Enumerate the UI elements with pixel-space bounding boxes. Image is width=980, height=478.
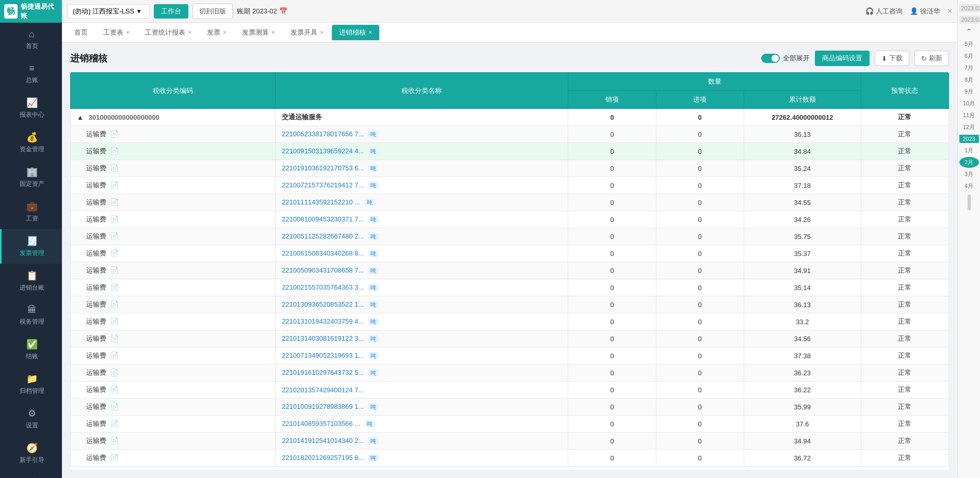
tab-invoice[interactable]: 发票 ×: [200, 25, 234, 40]
cell-sales: 0: [568, 279, 656, 296]
switch-version-button[interactable]: 切到旧版: [192, 4, 233, 19]
sidebar-item-reports[interactable]: 📈 报表中心: [0, 91, 62, 125]
cell-purchase: 0: [656, 228, 744, 245]
sidebar-item-archive[interactable]: 📁 归档管理: [0, 367, 62, 402]
tab-salary-table[interactable]: 工资表 ×: [96, 25, 137, 40]
sidebar-item-invoice[interactable]: 🧾 发票管理: [0, 229, 62, 264]
cell-purchase: 0: [656, 279, 744, 296]
sidebar-item-member[interactable]: 👑 畅会员: [0, 471, 62, 478]
timeline-month-11[interactable]: 11月: [959, 110, 979, 121]
unit-tag: 吨: [368, 369, 379, 376]
table-row: 运输费 📄 2210131019432403759 4... 吨 0 0 33.…: [71, 313, 949, 330]
cell-total: 27262.40000000012: [744, 109, 861, 126]
file-icon: 📄: [110, 317, 119, 325]
tab-invoice-calc[interactable]: 发票测算 ×: [235, 25, 282, 40]
file-icon: 📄: [110, 181, 119, 189]
user-area[interactable]: 👤 徐涟华: [910, 7, 940, 16]
table-row: 运输费 📄 2210072157376219412 7... 吨 0 0 37.…: [71, 177, 949, 194]
cell-status: 正常: [861, 211, 949, 228]
cell-purchase: 0: [656, 347, 744, 364]
sidebar-item-capital[interactable]: 💰 资金管理: [0, 125, 62, 160]
cell-sales: 0: [568, 416, 656, 433]
tab-salary-report[interactable]: 工资统计报表 ×: [138, 25, 199, 40]
timeline-up-arrow[interactable]: ⌃: [965, 26, 973, 38]
toggle-switch[interactable]: [761, 54, 780, 63]
cell-name: 2210061508340340268 8... 吨: [276, 245, 568, 262]
cell-total: 36.23: [744, 364, 861, 381]
workspace-button[interactable]: 工作台: [154, 4, 188, 19]
close-button[interactable]: ×: [947, 7, 952, 16]
sidebar-item-assets[interactable]: 🏢 固定资产: [0, 160, 62, 195]
table-row: 运输费 📄 2210111143592152210 ... 吨 0 0 34.5…: [71, 194, 949, 211]
tab-invoice-issue-close[interactable]: ×: [320, 29, 324, 36]
tab-invoice-issue[interactable]: 发票开具 ×: [283, 25, 331, 40]
cell-status: 正常: [861, 313, 949, 330]
cell-status: 正常: [861, 262, 949, 279]
period-value: 2023-02: [252, 7, 277, 15]
unit-tag: 吨: [368, 352, 379, 359]
sidebar-item-label: 结账: [26, 352, 38, 361]
refresh-button[interactable]: ↻ 刷新: [914, 51, 949, 66]
calendar-icon[interactable]: 📅: [279, 7, 287, 15]
cell-name: 2210111143592152210 ... 吨: [276, 194, 568, 211]
cell-total: 35.14: [744, 279, 861, 296]
sidebar-item-settings[interactable]: ⚙ 设置: [0, 402, 62, 436]
timeline-month-4[interactable]: 4月: [959, 181, 979, 192]
cell-status: 正常: [861, 245, 949, 262]
timeline-month-10[interactable]: 10月: [959, 98, 979, 109]
tab-reconcile[interactable]: 进销稽核 ×: [332, 25, 379, 40]
cell-code: 运输费 📄: [71, 160, 276, 177]
cell-code: 运输费 📄: [71, 399, 276, 416]
timeline-month-5[interactable]: 5月: [959, 39, 979, 50]
unit-tag: 吨: [368, 216, 379, 223]
timeline-year-label-2: 2023.02: [959, 15, 979, 24]
timeline-month-12[interactable]: 12月: [959, 122, 979, 133]
timeline-month-2-active[interactable]: 2月: [959, 157, 979, 168]
timeline-month-6[interactable]: 6月: [959, 51, 979, 61]
timeline-month-9[interactable]: 9月: [959, 86, 979, 97]
cell-purchase: 0: [656, 330, 744, 347]
tab-home[interactable]: 首页: [67, 25, 95, 40]
tab-invoice-calc-close[interactable]: ×: [271, 29, 275, 36]
cell-status: 正常: [861, 416, 949, 433]
company-dropdown-icon: ▾: [137, 7, 141, 15]
support-btn[interactable]: 🎧 人工咨询: [865, 7, 903, 16]
unit-tag: 吨: [368, 335, 379, 342]
unit-tag: 吨: [368, 403, 379, 410]
tab-reconcile-close[interactable]: ×: [368, 29, 372, 36]
table-row: 运输费 📄 2210050903431708658 7... 吨 0 0 34.…: [71, 262, 949, 279]
cell-name: 2210201357429400124 7...: [276, 381, 568, 399]
table-row: 运输费 📄 2210130936520853522 1... 吨 0 0 36.…: [71, 296, 949, 313]
sidebar-item-label: 发票管理: [20, 249, 44, 258]
cell-total: 35.24: [744, 160, 861, 177]
tab-salary-table-label: 工资表: [103, 28, 123, 37]
headset-icon: 🎧: [865, 7, 874, 15]
timeline-month-3[interactable]: 3月: [959, 169, 979, 180]
cell-purchase: 0: [656, 399, 744, 416]
tab-salary-table-close[interactable]: ×: [126, 29, 130, 36]
settings-button[interactable]: 商品编码设置: [815, 51, 870, 66]
cell-sales: 0: [568, 399, 656, 416]
sidebar-item-ledger[interactable]: ≡ 总账: [0, 57, 62, 91]
tab-invoice-close[interactable]: ×: [223, 29, 227, 36]
sidebar-item-guide[interactable]: 🧭 新手引导: [0, 436, 62, 471]
sidebar-item-tax[interactable]: 🏛 税务管理: [0, 298, 62, 332]
sidebar-item-home[interactable]: ⌂ 首页: [0, 23, 62, 57]
sidebar-item-label: 工资: [26, 214, 38, 223]
company-selector[interactable]: (勿动) 江西报宝-LSS ▾: [67, 4, 150, 19]
timeline-month-8[interactable]: 8月: [959, 74, 979, 85]
topbar-right: 🎧 人工咨询 👤 徐涟华 ×: [865, 7, 952, 16]
file-icon: 📄: [110, 420, 119, 427]
timeline-month-7[interactable]: 7月: [959, 62, 979, 73]
timeline-month-1[interactable]: 1月: [959, 145, 979, 156]
collapse-icon[interactable]: ▲: [77, 114, 84, 121]
download-button[interactable]: ⬇ 下载: [875, 51, 909, 66]
tax-icon: 🏛: [27, 305, 37, 315]
sidebar-item-sales-ledger[interactable]: 📋 进销台账: [0, 264, 62, 298]
sidebar-item-close[interactable]: ✅ 结账: [0, 332, 62, 367]
sidebar-item-salary[interactable]: 💼 工资: [0, 195, 62, 229]
table-row: 运输费 📄 2210061508340340268 8... 吨 0 0 35.…: [71, 245, 949, 262]
table-row: 运输费 📄 2210141912541014340 2... 吨 0 0 34.…: [71, 433, 949, 450]
expand-toggle[interactable]: 全部展开: [761, 54, 810, 63]
tab-salary-report-close[interactable]: ×: [188, 29, 191, 36]
